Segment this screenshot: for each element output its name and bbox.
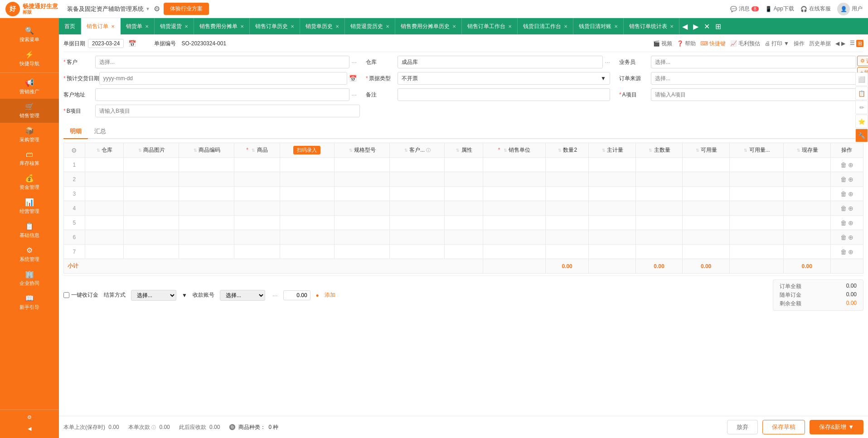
row-delete-btn-2[interactable]: 🗑 <box>840 176 847 183</box>
invoice-type-select[interactable]: 不开票 ▼ <box>398 72 610 85</box>
sidebar-item-sales[interactable]: 🛒 销售管理 <box>0 99 59 123</box>
tab-close-fee-hist[interactable]: ✕ <box>452 24 456 29</box>
tab-close-order-hist[interactable]: ✕ <box>291 24 294 29</box>
tab-close-cash[interactable]: ✕ <box>564 24 567 29</box>
th-gear[interactable]: ⚙ <box>64 143 85 158</box>
tab-close-rec[interactable]: ✕ <box>614 24 618 29</box>
account-select[interactable]: 选择... <box>220 290 265 301</box>
sidebar-item-inventory[interactable]: 🗃 库存核算 <box>0 147 59 170</box>
address-input[interactable] <box>95 88 349 101</box>
row-copy-btn-4[interactable]: ⊕ <box>848 205 853 212</box>
view-action[interactable]: 🎬 视频 <box>653 40 672 48</box>
tab-return-history[interactable]: 销货退货历史 ✕ <box>345 18 395 34</box>
detail-tab-summary[interactable]: 汇总 <box>88 125 112 139</box>
sidebar-item-quick[interactable]: ⚡ 快捷导航 <box>0 47 59 71</box>
tab-close-ret-hist[interactable]: ✕ <box>386 24 389 29</box>
tab-close-sales-order[interactable]: ✕ <box>111 24 115 29</box>
row-copy-btn-6[interactable]: ⊕ <box>848 234 853 241</box>
b-project-input[interactable] <box>95 105 360 117</box>
sidebar-collapse-btn[interactable]: ◀ <box>0 423 59 434</box>
customer-ellipsis[interactable]: ··· <box>351 58 357 66</box>
trial-btn[interactable]: 体验行业方案 <box>164 3 209 15</box>
salesperson-input[interactable] <box>651 56 856 68</box>
prev-doc-icon[interactable]: ◀ <box>835 40 839 47</box>
sidebar-item-search[interactable]: 🔍 搜索菜单 <box>0 23 59 47</box>
row-delete-btn-3[interactable]: 🗑 <box>840 190 847 197</box>
single-date-value[interactable]: 2023-03-24 <box>88 39 124 48</box>
grid-view-icon[interactable]: ⊞ <box>856 40 863 47</box>
row-copy-btn-3[interactable]: ⊕ <box>848 190 853 197</box>
row-delete-btn-6[interactable]: 🗑 <box>840 234 847 241</box>
sidebar-item-base[interactable]: 📋 基础信息 <box>0 218 59 242</box>
one-key-collect-checkbox[interactable] <box>63 292 69 298</box>
row-copy-btn-2[interactable]: ⊕ <box>848 176 853 183</box>
warehouse-select[interactable]: 成品库 <box>398 56 603 68</box>
a-project-input[interactable] <box>651 88 863 101</box>
print-action[interactable]: 🖨 打印 ▼ <box>765 40 789 48</box>
row-copy-btn-5[interactable]: ⊕ <box>848 219 853 226</box>
save-new-btn[interactable]: 保存&新增 ▼ <box>810 420 863 434</box>
tab-sales-return[interactable]: 销货退货 ✕ <box>155 18 194 34</box>
settings-icon[interactable]: ⚙ <box>154 5 160 13</box>
tab-reconcile[interactable]: 钱货日清对账 ✕ <box>573 18 624 34</box>
tab-fee-history[interactable]: 销售费用分摊单历史 ✕ <box>395 18 462 34</box>
rfb-5[interactable]: 🔧 <box>855 129 868 142</box>
online-service-item[interactable]: 🎧 在线客服 <box>800 5 831 13</box>
save-draft-btn[interactable]: 保存草稿 <box>762 420 805 434</box>
sidebar-item-operation[interactable]: 📊 经营管理 <box>0 194 59 218</box>
settlement-select[interactable]: 选择... <box>131 290 176 301</box>
tab-cash-clear[interactable]: 钱货日清工作台 ✕ <box>518 18 573 34</box>
tab-expand-btn[interactable]: ⊞ <box>713 22 724 31</box>
abandon-btn[interactable]: 放弃 <box>727 420 758 434</box>
account-ellipsis[interactable]: ··· <box>272 292 278 299</box>
shortcut-action[interactable]: ⌨ 快捷键 <box>700 40 726 48</box>
sidebar-item-system[interactable]: ⚙ 系统管理 <box>0 242 59 266</box>
next-doc-icon[interactable]: ▶ <box>841 40 845 47</box>
tab-order-history[interactable]: 销售订单历史 ✕ <box>250 18 300 34</box>
delivery-date-input[interactable] <box>99 72 347 85</box>
one-key-collect-label[interactable]: 一键收订金 <box>63 291 98 299</box>
tab-close-inv-hist[interactable]: ✕ <box>335 24 339 29</box>
detail-tab-detail[interactable]: 明细 <box>63 125 88 139</box>
settings-float-btn[interactable]: ⚙ 设置 <box>857 56 868 66</box>
sidebar-item-enterprise[interactable]: 🏢 企业协同 <box>0 266 59 290</box>
warehouse-ellipsis[interactable]: ··· <box>605 58 610 66</box>
notification-item[interactable]: 💬 消息 8 <box>730 5 759 13</box>
remark-input[interactable] <box>398 88 610 101</box>
tab-invoice-history[interactable]: 销货单历史 ✕ <box>300 18 345 34</box>
sidebar-item-finance[interactable]: 💰 资金管理 <box>0 170 59 194</box>
gear-icon[interactable]: ⚙ <box>71 147 77 154</box>
sidebar-item-purchase[interactable]: 📦 采购管理 <box>0 123 59 147</box>
tab-sales-order[interactable]: 销售订单 ✕ <box>81 18 121 34</box>
tab-sales-invoice[interactable]: 销货单 ✕ <box>121 18 155 34</box>
order-source-input[interactable] <box>651 72 856 85</box>
tab-close-sum[interactable]: ✕ <box>670 24 674 29</box>
sidebar-bottom-settings[interactable]: ⚙ <box>0 412 59 423</box>
history-action[interactable]: 历史单据 <box>809 40 831 48</box>
tab-close-wb[interactable]: ✕ <box>508 24 512 29</box>
rfb-4[interactable]: ⭐ <box>855 115 868 128</box>
tab-next-btn[interactable]: ▶ <box>690 22 701 31</box>
rfb-3[interactable]: ✏ <box>855 101 868 114</box>
row-delete-btn-7[interactable]: 🗑 <box>840 248 847 255</box>
help-action[interactable]: ❓ 帮助 <box>677 40 696 48</box>
tab-prev-btn[interactable]: ◀ <box>679 22 690 31</box>
date-calendar-icon[interactable]: 📅 <box>128 40 136 47</box>
sidebar-item-marketing[interactable]: 📢 营销推广 <box>0 75 59 99</box>
operation-action[interactable]: 操作 <box>794 40 805 48</box>
tab-summary[interactable]: 销售订单统计表 ✕ <box>624 18 679 34</box>
tab-close-invoice[interactable]: ✕ <box>145 24 149 29</box>
tab-workbench[interactable]: 销售订单工作台 ✕ <box>462 18 518 34</box>
tab-close-fee[interactable]: ✕ <box>240 24 244 29</box>
profit-action[interactable]: 📈 毛利预估 <box>730 40 760 48</box>
tab-close-all-btn[interactable]: ✕ <box>701 22 713 31</box>
payment-amount-input[interactable] <box>283 290 310 300</box>
sidebar-item-guide[interactable]: 📖 新手引导 <box>0 290 59 314</box>
row-copy-btn-1[interactable]: ⊕ <box>848 161 853 168</box>
list-view-icon[interactable]: ☰ <box>850 40 855 47</box>
system-name[interactable]: 装备及固定资产辅助管理系统 ▼ <box>67 5 150 13</box>
tab-close-return[interactable]: ✕ <box>184 24 188 29</box>
customer-input[interactable] <box>95 56 349 68</box>
delivery-calendar-icon[interactable]: 📅 <box>349 75 357 82</box>
app-download-item[interactable]: 📱 App下载 <box>765 5 794 13</box>
